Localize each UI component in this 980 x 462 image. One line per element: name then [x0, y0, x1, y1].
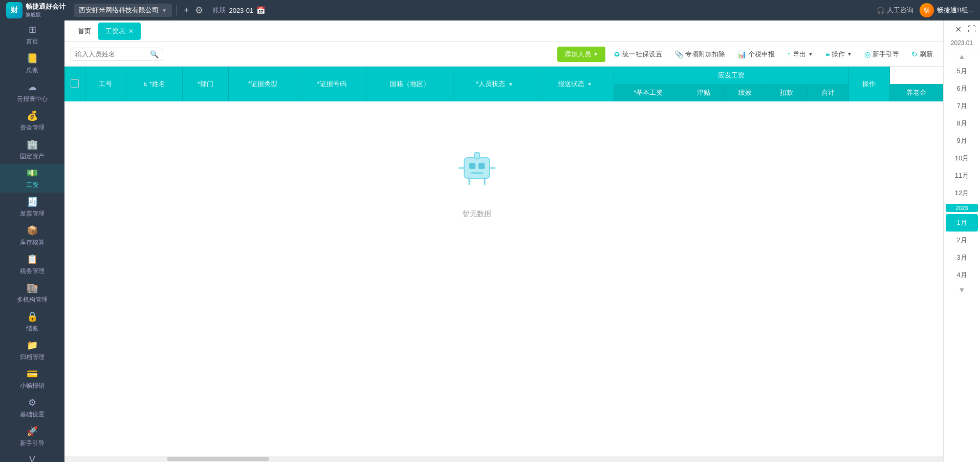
logo-text-group: 畅捷通好会计 旗舰版: [26, 2, 66, 18]
actions-icon: ≡: [825, 50, 830, 58]
special-label: 专项附加扣除: [685, 50, 725, 59]
panel-down-arrow[interactable]: ▼: [944, 284, 980, 296]
tab-close-icon[interactable]: ✕: [128, 28, 134, 35]
sidebar-icon-7: 📦: [27, 225, 38, 236]
sidebar-item-0[interactable]: ⊞ 首页: [0, 20, 64, 49]
sidebar-icon-1: 📒: [27, 53, 38, 64]
expand-panel-button[interactable]: ⛶: [966, 23, 978, 36]
horizontal-scrollbar[interactable]: [64, 456, 943, 462]
top-divider: [176, 5, 177, 15]
actions-button[interactable]: ≡ 操作 ▼: [821, 48, 856, 61]
sidebar-icon-8: 📋: [27, 254, 38, 265]
sidebar-icon-2: ☁: [28, 81, 37, 93]
month-item-9[interactable]: 2月: [944, 232, 980, 249]
add-person-button[interactable]: 添加人员 ▼: [557, 47, 605, 62]
export-button[interactable]: ↑ 导出 ▼: [783, 48, 817, 61]
report-status-filter-icon[interactable]: ▼: [587, 81, 592, 87]
sidebar-item-9[interactable]: 🏬 多机构管理: [0, 279, 64, 307]
guide-label: 新手引导: [873, 50, 899, 59]
sidebar-item-8[interactable]: 📋 税务管理: [0, 250, 64, 279]
table-scroll-wrap: 工号 ⇅ *姓名 *部门 *证据类型 *证据号码 国籍（地区） *人员状态 ▼: [64, 67, 943, 260]
sidebar-icon-10: 🔒: [27, 311, 38, 322]
guide-button[interactable]: ◎ 新手引导: [860, 48, 903, 61]
logo-icon-text: 财: [11, 6, 18, 15]
th-name: ⇅ *姓名: [126, 67, 183, 101]
tax-report-button[interactable]: 📊 个税申报: [733, 48, 779, 61]
user-info: 畅 畅捷通B组...: [920, 3, 974, 17]
sidebar-label-7: 库存核算: [20, 238, 45, 247]
export-icon: ↑: [787, 50, 791, 58]
sidebar: ⊞ 首页📒 总账☁ 云报表中心💰 资金管理🏢 固定资产💵 工资🧾 发票管理📦: [0, 20, 64, 462]
th-operations: 操作: [848, 67, 890, 101]
logo-text: 畅捷通好会计: [26, 2, 66, 11]
user-avatar: 畅: [920, 3, 934, 17]
tax-icon: 📊: [737, 50, 746, 58]
month-item-11[interactable]: 4月: [944, 266, 980, 284]
months-list: 5月6月7月8月9月10月11月12月20231月2月3月4月: [944, 62, 980, 284]
refresh-button[interactable]: ↻ 刷新: [907, 48, 937, 61]
sidebar-item-14[interactable]: 🚀 新手引导: [0, 422, 64, 451]
select-all-checkbox[interactable]: [71, 79, 79, 88]
month-item-2[interactable]: 7月: [944, 97, 980, 115]
sidebar-label-3: 资金管理: [20, 123, 45, 132]
sidebar-label-10: 结账: [26, 324, 38, 333]
sidebar-item-13[interactable]: ⚙ 基础设置: [0, 393, 64, 422]
export-arrow-icon: ▼: [808, 51, 813, 57]
sidebar-label-14: 新手引导: [20, 439, 45, 448]
empty-state: 暂无数据: [64, 101, 890, 260]
month-item-8[interactable]: 1月: [946, 214, 978, 232]
month-item-10[interactable]: 3月: [944, 249, 980, 266]
period-value: 2023-01: [229, 7, 253, 14]
calendar-icon[interactable]: 📅: [256, 6, 265, 14]
sidebar-item-2[interactable]: ☁ 云报表中心: [0, 78, 64, 107]
month-item-4[interactable]: 9月: [944, 132, 980, 150]
social-insurance-button[interactable]: ♻ 统一社保设置: [609, 48, 666, 61]
scrollbar-thumb[interactable]: [167, 457, 269, 461]
search-input[interactable]: [75, 50, 147, 58]
svg-rect-4: [474, 153, 480, 159]
actions-arrow-icon: ▼: [847, 51, 852, 57]
period-info: 账期 2023-01 📅: [212, 6, 265, 15]
settings-button[interactable]: ⚙: [192, 3, 206, 18]
sidebar-item-11[interactable]: 📁 归档管理: [0, 336, 64, 365]
add-person-label: 添加人员: [564, 50, 591, 59]
checkbox-header[interactable]: [64, 67, 85, 101]
table-header-row1: 工号 ⇅ *姓名 *部门 *证据类型 *证据号码 国籍（地区） *人员状态 ▼: [64, 67, 943, 84]
sidebar-item-1[interactable]: 📒 总账: [0, 49, 64, 78]
sidebar-item-7[interactable]: 📦 库存核算: [0, 221, 64, 250]
support-button[interactable]: 🎧 人工咨询: [877, 6, 913, 15]
salary-table: 工号 ⇅ *姓名 *部门 *证据类型 *证据号码 国籍（地区） *人员状态 ▼: [64, 67, 943, 260]
close-panel-button[interactable]: ✕: [953, 23, 964, 36]
sidebar-item-4[interactable]: 🏢 固定资产: [0, 135, 64, 164]
month-item-0[interactable]: 5月: [944, 62, 980, 80]
chevron-down-icon: ▼: [162, 8, 167, 13]
month-item-5[interactable]: 10月: [944, 150, 980, 167]
sidebar-item-5[interactable]: 💵 工资: [0, 164, 64, 193]
tab-salary[interactable]: 工资表 ✕: [98, 23, 141, 40]
logo-icon: 财: [6, 2, 23, 18]
month-item-3[interactable]: 8月: [944, 115, 980, 132]
sidebar-item-10[interactable]: 🔒 结账: [0, 307, 64, 336]
sidebar-label-13: 基础设置: [20, 410, 45, 419]
app-container: 财 畅捷通好会计 旗舰版 西安虾米网络科技有限公司 ▼ + ⚙ 账期 2023-…: [0, 0, 980, 462]
sidebar-item-6[interactable]: 🧾 发票管理: [0, 193, 64, 221]
company-selector[interactable]: 西安虾米网络科技有限公司 ▼: [74, 4, 172, 17]
sidebar-item-15[interactable]: V 畅会员: [0, 451, 64, 462]
content-area: 首页 工资表 ✕ 🔍 添加人员 ▼ ♻: [64, 20, 943, 462]
sidebar-item-3[interactable]: 💰 资金管理: [0, 107, 64, 135]
special-deduction-button[interactable]: 📎 专项附加扣除: [670, 48, 729, 61]
sidebar-icon-15: V: [29, 454, 35, 462]
tab-home[interactable]: 首页: [71, 23, 98, 40]
toolbar: 🔍 添加人员 ▼ ♻ 统一社保设置 📎 专项附加扣除 📊 个税申报: [64, 42, 943, 67]
personnel-status-filter-icon[interactable]: ▼: [508, 81, 513, 87]
svg-rect-1: [469, 163, 475, 169]
month-item-7[interactable]: 12月: [944, 184, 980, 202]
sidebar-label-11: 归档管理: [20, 353, 45, 362]
month-item-6[interactable]: 11月: [944, 167, 980, 184]
th-pension: 养老金: [890, 84, 943, 101]
panel-up-arrow[interactable]: ▲: [944, 50, 980, 62]
add-company-button[interactable]: +: [181, 3, 192, 18]
sidebar-item-12[interactable]: 💳 小畅报销: [0, 365, 64, 393]
main-area: ⊞ 首页📒 总账☁ 云报表中心💰 资金管理🏢 固定资产💵 工资🧾 发票管理📦: [0, 20, 980, 462]
month-item-1[interactable]: 6月: [944, 80, 980, 97]
